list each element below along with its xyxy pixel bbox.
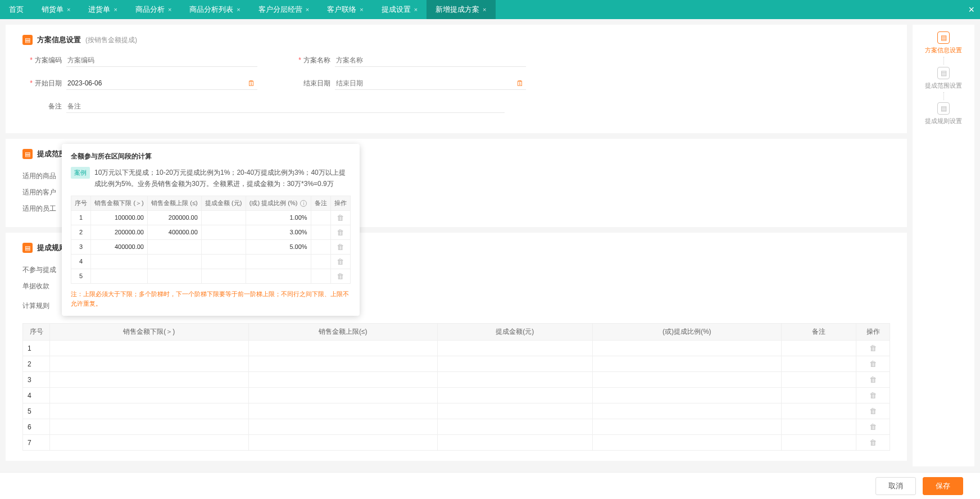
tab-label: 新增提成方案 bbox=[435, 0, 479, 19]
tab-4[interactable]: 商品分析列表× bbox=[180, 0, 249, 19]
tab-close-icon[interactable]: × bbox=[237, 0, 240, 19]
col-header: 操作 bbox=[856, 324, 890, 341]
tab-close-icon[interactable]: × bbox=[168, 0, 171, 19]
col-header: 序号 bbox=[23, 324, 50, 341]
calendar-icon[interactable]: 🗓 bbox=[516, 79, 524, 88]
section-subtitle: (按销售金额提成) bbox=[85, 35, 137, 45]
tab-8[interactable]: 新增提成方案× bbox=[427, 0, 495, 19]
aside-step-2[interactable]: ▤提成规则设置 bbox=[916, 102, 971, 125]
calendar-icon[interactable]: 🗓 bbox=[248, 79, 255, 88]
delete-icon[interactable]: 🗑 bbox=[869, 375, 877, 384]
section-icon: ▤ bbox=[22, 35, 33, 45]
delete-icon[interactable]: 🗑 bbox=[337, 243, 344, 251]
example-text: 10万元以下无提成；10-20万元提成比例为1%；20-40万提成比例为3%；4… bbox=[94, 167, 351, 190]
input-start-date[interactable] bbox=[66, 77, 257, 90]
label-end-date: 结束日期 bbox=[291, 79, 330, 88]
table-row[interactable]: 7🗑 bbox=[23, 435, 890, 451]
example-tag: 案例 bbox=[71, 167, 90, 179]
delete-icon[interactable]: 🗑 bbox=[869, 344, 877, 352]
delete-icon[interactable]: 🗑 bbox=[869, 423, 877, 431]
aside-step-1[interactable]: ▤提成范围设置 bbox=[916, 67, 971, 90]
example-table: 序号销售金额下限 (＞)销售金额上限 (≤)提成金额 (元)(或) 提成比例 (… bbox=[71, 196, 351, 284]
tab-close-icon[interactable]: × bbox=[114, 0, 117, 19]
aside-anchor-nav: ▤方案信息设置▤提成范围设置▤提成规则设置 bbox=[913, 25, 974, 466]
delete-icon[interactable]: 🗑 bbox=[337, 214, 344, 222]
tab-close-icon[interactable]: × bbox=[360, 0, 363, 19]
tab-close-icon[interactable]: × bbox=[414, 0, 418, 19]
input-plan-code[interactable] bbox=[66, 54, 257, 67]
step-icon: ▤ bbox=[937, 67, 950, 79]
col-header: 提成金额(元) bbox=[437, 324, 592, 341]
tab-7[interactable]: 提成设置× bbox=[373, 0, 427, 19]
col-header: 提成金额 (元) bbox=[201, 196, 246, 210]
tab-6[interactable]: 客户联络× bbox=[318, 0, 372, 19]
tab-label: 首页 bbox=[9, 0, 24, 19]
tab-1[interactable]: 销货单× bbox=[33, 0, 79, 19]
step-icon: ▤ bbox=[937, 102, 950, 115]
section-icon: ▤ bbox=[22, 149, 33, 159]
footer-bar: 取消 保存 bbox=[0, 472, 980, 499]
label-plan-code: 方案编码 bbox=[22, 56, 62, 65]
table-row: 4🗑 bbox=[71, 254, 351, 269]
table-row[interactable]: 6🗑 bbox=[23, 419, 890, 435]
table-row[interactable]: 4🗑 bbox=[23, 388, 890, 403]
table-row[interactable]: 3🗑 bbox=[23, 372, 890, 388]
table-row[interactable]: 1🗑 bbox=[23, 341, 890, 356]
example-popover: 全额参与所在区间段的计算 案例 10万元以下无提成；10-20万元提成比例为1%… bbox=[62, 144, 360, 316]
label-remark: 备注 bbox=[22, 102, 62, 111]
tab-0[interactable]: 首页 bbox=[0, 0, 33, 19]
popover-heading: 全额参与所在区间段的计算 bbox=[71, 152, 351, 161]
popover-note: 注：上限必须大于下限；多个阶梯时，下一个阶梯下限要等于前一阶梯上限；不同行之间下… bbox=[71, 289, 351, 309]
table-row[interactable]: 2🗑 bbox=[23, 356, 890, 372]
top-tab-bar: 首页销货单×进货单×商品分析×商品分析列表×客户分层经营×客户联络×提成设置×新… bbox=[0, 0, 980, 19]
input-end-date[interactable] bbox=[335, 77, 526, 90]
delete-icon[interactable]: 🗑 bbox=[869, 407, 877, 415]
section-title: 方案信息设置 bbox=[37, 35, 81, 45]
col-header: (或)提成比例(%) bbox=[592, 324, 781, 341]
delete-icon[interactable]: 🗑 bbox=[869, 438, 877, 447]
tab-3[interactable]: 商品分析× bbox=[126, 0, 180, 19]
tab-label: 客户分层经营 bbox=[258, 0, 302, 19]
label-plan-name: 方案名称 bbox=[291, 56, 330, 65]
step-label: 提成范围设置 bbox=[925, 81, 962, 90]
tab-label: 客户联络 bbox=[327, 0, 356, 19]
step-label: 提成规则设置 bbox=[925, 117, 962, 125]
tab-label: 进货单 bbox=[88, 0, 110, 19]
col-header: 备注 bbox=[311, 196, 330, 210]
table-row: 1100000.00200000.001.00%🗑 bbox=[71, 210, 351, 225]
aside-step-0[interactable]: ▤方案信息设置 bbox=[916, 31, 971, 55]
tab-2[interactable]: 进货单× bbox=[79, 0, 126, 19]
step-icon: ▤ bbox=[937, 31, 950, 44]
rules-table: 序号销售金额下限(＞)销售金额上限(≤)提成金额(元)(或)提成比例(%)备注操… bbox=[22, 323, 890, 451]
input-remark[interactable] bbox=[66, 100, 505, 113]
info-icon[interactable]: i bbox=[300, 200, 307, 207]
col-header: 操作 bbox=[330, 196, 350, 210]
section-icon: ▤ bbox=[22, 243, 33, 253]
delete-icon[interactable]: 🗑 bbox=[337, 272, 344, 280]
col-header: 销售金额下限 (＞) bbox=[91, 196, 148, 210]
tab-close-icon[interactable]: × bbox=[67, 0, 70, 19]
cancel-button[interactable]: 取消 bbox=[875, 477, 916, 495]
table-row[interactable]: 5🗑 bbox=[23, 403, 890, 419]
tab-close-icon[interactable]: × bbox=[483, 0, 486, 19]
tab-5[interactable]: 客户分层经营× bbox=[249, 0, 318, 19]
col-header: (或) 提成比例 (%) i bbox=[246, 196, 311, 210]
tab-label: 提成设置 bbox=[382, 0, 411, 19]
input-plan-name[interactable] bbox=[335, 54, 526, 67]
close-all-icon[interactable]: × bbox=[968, 0, 974, 19]
step-label: 方案信息设置 bbox=[925, 46, 962, 55]
delete-icon[interactable]: 🗑 bbox=[869, 360, 877, 368]
label-start-date: 开始日期 bbox=[22, 79, 62, 88]
tab-label: 商品分析列表 bbox=[189, 0, 233, 19]
delete-icon[interactable]: 🗑 bbox=[869, 391, 877, 400]
table-row: 3400000.005.00%🗑 bbox=[71, 239, 351, 254]
table-row: 5🗑 bbox=[71, 269, 351, 283]
delete-icon[interactable]: 🗑 bbox=[337, 228, 344, 237]
tab-close-icon[interactable]: × bbox=[306, 0, 309, 19]
table-row: 2200000.00400000.003.00%🗑 bbox=[71, 225, 351, 239]
col-header: 销售金额下限(＞) bbox=[50, 324, 249, 341]
section-plan-info: ▤ 方案信息设置 (按销售金额提成) 方案编码 方案名称 开始日期 bbox=[6, 25, 907, 133]
col-header: 销售金额上限 (≤) bbox=[147, 196, 201, 210]
delete-icon[interactable]: 🗑 bbox=[337, 257, 344, 266]
save-button[interactable]: 保存 bbox=[923, 477, 963, 495]
